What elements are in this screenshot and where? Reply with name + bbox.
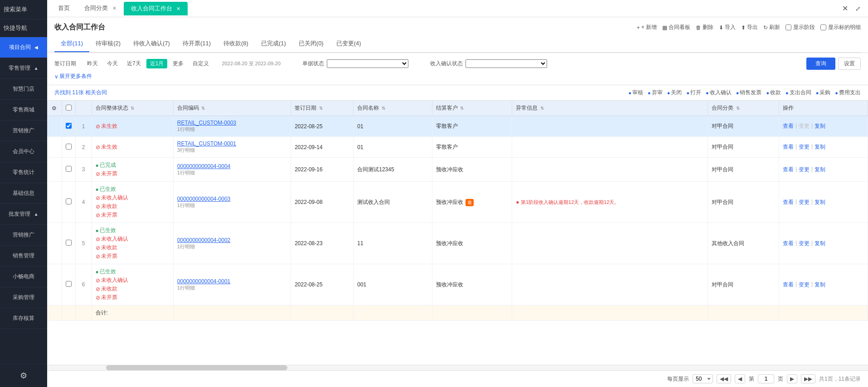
contract-board-button[interactable]: ▦ 合同看板 (662, 24, 690, 31)
prev-page-button[interactable]: ◀ (735, 374, 745, 383)
th-overall-status[interactable]: 合同整体状态 ⇅ (92, 101, 173, 116)
close-button[interactable]: ● 关闭 (667, 89, 682, 97)
cell-checkbox[interactable] (62, 116, 75, 137)
setting-button[interactable]: 设置 (838, 58, 861, 70)
cell-checkbox[interactable] (62, 158, 75, 182)
date-opt-1month[interactable]: 近1月 (146, 59, 168, 68)
horizontal-scrollbar[interactable] (47, 365, 868, 370)
next-page-button[interactable]: ▶ (787, 374, 797, 383)
subtab-pending-collection[interactable]: 待收款(8) (217, 36, 255, 52)
th-contract-category[interactable]: 合同分类 ⇅ (708, 101, 779, 116)
subtab-changed[interactable]: 已变更(4) (330, 36, 368, 52)
tab-contract-category[interactable]: 合同分类 ✕ (77, 0, 124, 17)
contract-code-link[interactable]: 0000000000004-0001 (177, 278, 287, 285)
query-button[interactable]: 查询 (806, 58, 835, 70)
copy-link[interactable]: 复制 (815, 166, 825, 174)
tab-home[interactable]: 首页 (51, 0, 77, 17)
print-button[interactable]: ● 打开 (686, 89, 701, 97)
out-contract-button[interactable]: ● 支出合同 (786, 89, 811, 97)
copy-link[interactable]: 复制 (815, 281, 825, 289)
purchase-button[interactable]: ● 采购 (816, 89, 831, 97)
sidebar-item-member[interactable]: 会员中心 (0, 141, 47, 162)
audit-button[interactable]: ● 审核 (628, 89, 643, 97)
last-page-button[interactable]: ▶▶ (801, 374, 815, 383)
new-button[interactable]: + + 新增 (637, 24, 657, 31)
row-checkbox[interactable] (66, 144, 72, 150)
sidebar-item-wholesale-mgmt[interactable]: 批发管理 ▲ (0, 204, 47, 225)
row-checkbox[interactable] (66, 123, 72, 129)
abandon-button[interactable]: ● 弃审 (648, 89, 663, 97)
show-segment-input[interactable] (786, 24, 791, 30)
refresh-button[interactable]: ↻ 刷新 (763, 24, 780, 31)
cell-checkbox[interactable] (62, 264, 75, 305)
view-link[interactable]: 查看 (783, 166, 794, 174)
th-settlement-customer[interactable]: 结算客户 ⇅ (432, 101, 512, 116)
change-link[interactable]: 变更 (799, 198, 810, 206)
subtab-all[interactable]: 全部(11) (54, 36, 89, 52)
tab-close-icon[interactable]: ✕ (176, 6, 180, 11)
th-sign-date[interactable]: 签订日期 ⇅ (291, 101, 354, 116)
subtab-closed[interactable]: 已关闭(0) (292, 36, 330, 52)
sidebar-item-inventory[interactable]: 库存核算 (0, 308, 47, 329)
show-detail-input[interactable] (820, 24, 826, 30)
th-abnormal-info[interactable]: 异常信息 ⇅ (512, 101, 708, 116)
view-link[interactable]: 查看 (783, 281, 794, 289)
subtab-pending-invoice[interactable]: 待开票(11) (176, 36, 217, 52)
view-link[interactable]: 查看 (783, 143, 794, 151)
income-confirm-button[interactable]: ● 收入确认 (706, 89, 732, 97)
date-opt-yesterday[interactable]: 昨天 (83, 59, 102, 68)
view-link[interactable]: 查看 (783, 198, 794, 206)
th-contract-code[interactable]: 合同编码 ⇅ (173, 101, 291, 116)
copy-link[interactable]: 复制 (815, 143, 825, 151)
contract-code-link[interactable]: 0000000000004-0004 (177, 163, 287, 169)
contract-code-link[interactable]: RETAIL_CUSTOM-0001 (177, 140, 287, 147)
sidebar-quick-nav[interactable]: 快捷导航 (0, 19, 47, 37)
copy-link[interactable]: 复制 (815, 240, 825, 247)
copy-link[interactable]: 复制 (815, 198, 825, 206)
copy-link[interactable]: 复制 (815, 122, 825, 130)
contract-code-link[interactable]: 0000000000004-0002 (177, 237, 287, 243)
import-button[interactable]: ⬇ 导入 (719, 24, 736, 31)
page-size-select[interactable]: 50 10 20 100 (693, 374, 713, 383)
th-settings[interactable]: ⚙ (47, 101, 62, 116)
sidebar-item-retail-mall[interactable]: 零售商城 (0, 100, 47, 121)
sidebar-item-basic-info[interactable]: 基础信息 (0, 183, 47, 204)
select-all-checkbox[interactable] (66, 105, 72, 111)
subtab-completed[interactable]: 已完成(1) (255, 36, 292, 52)
contract-code-link[interactable]: RETAIL_CUSTOM-0003 (177, 120, 287, 126)
income-confirm-select[interactable] (466, 59, 547, 68)
tab-income-workbench[interactable]: 收入合同工作台 ✕ (124, 2, 188, 15)
view-link[interactable]: 查看 (783, 240, 794, 247)
row-checkbox[interactable] (66, 166, 72, 172)
row-checkbox[interactable] (66, 240, 72, 246)
expand-filter-button[interactable]: ∨ 展开更多条件 (54, 73, 861, 80)
close-all-tabs-button[interactable]: ✕ (839, 2, 852, 15)
contract-code-link[interactable]: 0000000000004-0003 (177, 196, 287, 202)
sales-invoice-button[interactable]: ● 销售发票 (736, 89, 762, 97)
show-segment-checkbox[interactable]: 显示阶段 (786, 24, 815, 31)
cell-checkbox[interactable] (62, 223, 75, 264)
change-link[interactable]: 变更 (799, 143, 810, 151)
sidebar-item-smart-store[interactable]: 智慧门店 (0, 79, 47, 100)
row-checkbox[interactable] (66, 198, 72, 204)
delete-button[interactable]: 🗑 删除 (696, 24, 713, 31)
th-contract-name[interactable]: 合同名称 ⇅ (354, 101, 432, 116)
sidebar-item-purchase[interactable]: 采购管理 (0, 287, 47, 308)
date-opt-7days[interactable]: 近7天 (123, 59, 145, 68)
maximize-button[interactable]: ⤢ (852, 3, 864, 14)
sidebar-settings-button[interactable]: ⚙ (0, 364, 47, 387)
sidebar-item-retail-stats[interactable]: 零售统计 (0, 162, 47, 183)
first-page-button[interactable]: ◀◀ (717, 374, 731, 383)
sidebar-search[interactable]: 搜索菜单 (0, 0, 47, 19)
tab-close-icon[interactable]: ✕ (112, 5, 116, 11)
sidebar-item-retail-mgmt[interactable]: 零售管理 ▲ (0, 58, 47, 79)
change-link[interactable]: 变更 (799, 281, 810, 289)
date-opt-custom[interactable]: 自定义 (189, 59, 213, 68)
subtab-pending-review[interactable]: 待审核(2) (89, 36, 127, 52)
cell-checkbox[interactable] (62, 137, 75, 158)
show-detail-checkbox[interactable]: 显示标的明细 (820, 24, 861, 31)
page-input[interactable] (758, 374, 774, 383)
sidebar-item-project[interactable]: 项目合同 ◀ (0, 37, 47, 58)
date-opt-today[interactable]: 今天 (103, 59, 121, 68)
doc-status-select[interactable] (327, 59, 408, 68)
